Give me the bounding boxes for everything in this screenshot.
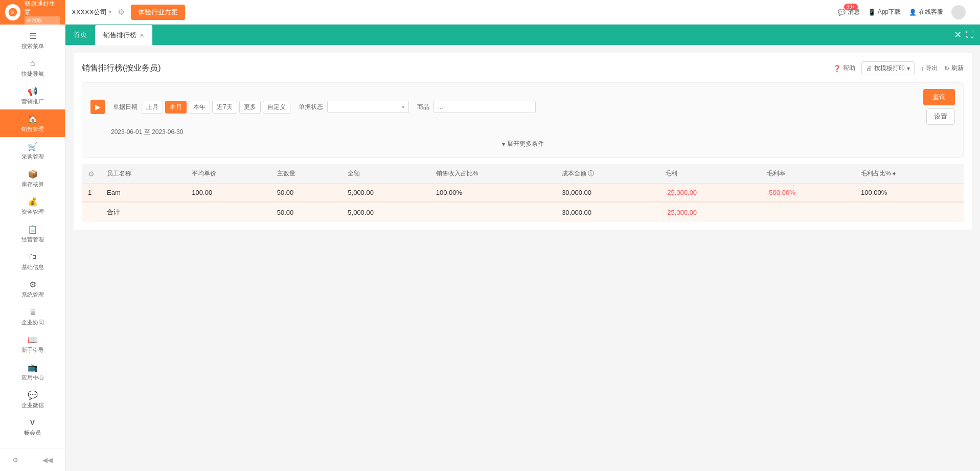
more-btn[interactable]: 更多 <box>239 101 261 114</box>
th-avg-price: 平均单价 <box>186 164 270 184</box>
table-header-row: ⚙ 员工名称 平均单价 主数量 全额 销售收入占比% 成本全额 ⓘ 毛利 毛利率… <box>82 164 964 184</box>
export-button[interactable]: ↓ 导出 <box>921 64 938 73</box>
sidebar-item-shortcut[interactable]: ⌂ 快捷导航 <box>0 54 65 82</box>
refresh-icon: ↻ <box>944 65 949 72</box>
app-icon: 📱 <box>868 9 876 16</box>
page-title-row: 销售排行榜(按业务员) ❓ 帮助 🖨 按模板打印 ▾ ↓ 导出 ↻ 刷新 <box>82 61 964 75</box>
this-month-btn[interactable]: 本月 <box>165 101 187 114</box>
sidebar-item-system[interactable]: ⚙ 系统管理 <box>0 275 65 303</box>
custom-btn[interactable]: 自定义 <box>263 101 290 114</box>
refresh-button[interactable]: ↻ 刷新 <box>944 64 964 73</box>
sidebar-item-purchase[interactable]: 🛒 采购管理 <box>0 137 65 165</box>
sidebar-item-guide[interactable]: 📖 新手引导 <box>0 330 65 358</box>
logo-badge: 标准版 <box>25 16 60 25</box>
table-footer-row: 合计 50.00 5,000.00 30,000.00 -25,000.00 <box>82 202 964 222</box>
header-msg-btn[interactable]: 💬 消息 99+ <box>838 8 860 16</box>
table-container: ⚙ 员工名称 平均单价 主数量 全额 销售收入占比% 成本全额 ⓘ 毛利 毛利率… <box>82 164 964 222</box>
footer-profit-rate <box>761 202 855 222</box>
tab-home-label: 首页 <box>74 30 87 39</box>
window-close-icon[interactable]: ✕ <box>954 29 962 40</box>
sidebar-item-collab[interactable]: 🖥 企业协同 <box>0 303 65 330</box>
help-icon: ❓ <box>833 65 841 72</box>
filter-area: ▶ 单据日期 上月 本月 本年 近7天 更多 自定义 单据状态 <box>82 82 964 158</box>
filter-status: 单据状态 <box>299 101 409 113</box>
header-company[interactable]: XXXXX公司 ▾ <box>72 8 111 17</box>
tab-home[interactable]: 首页 <box>65 25 95 45</box>
th-amount: 全额 <box>341 164 429 184</box>
settings-button[interactable]: 设置 <box>926 108 955 125</box>
tab-sales-rank[interactable]: 销售排行榜 ✕ <box>95 25 152 46</box>
date-label: 单据日期 <box>113 103 138 111</box>
inventory-icon: 📦 <box>28 169 38 179</box>
date-range-row: 2023-06-01 至 2023-06-30 <box>90 128 955 137</box>
sidebar-logo: 康 畅康通好生意 标准版 <box>0 0 65 25</box>
goods-input[interactable] <box>434 101 536 113</box>
cell-profit: -25,000.00 <box>659 184 761 203</box>
query-button[interactable]: 查询 <box>923 89 955 105</box>
tab-close-icon[interactable]: ✕ <box>140 32 144 39</box>
cell-name: Eam <box>101 184 186 203</box>
sidebar-item-search[interactable]: ☰ 搜索菜单 <box>0 27 65 54</box>
basic-icon: 🗂 <box>28 252 38 262</box>
sidebar-item-member[interactable]: V 畅会员 <box>0 413 65 441</box>
table-gear-icon[interactable]: ⚙ <box>88 170 95 178</box>
sidebar-item-marketing[interactable]: 📢 营销推广 <box>0 82 65 109</box>
svg-text:康: 康 <box>11 10 15 15</box>
sidebar-nav: ☰ 搜索菜单 ⌂ 快捷导航 📢 营销推广 🏠 销售管理 🛒 采购管理 📦 库存核… <box>0 25 65 448</box>
last7-btn[interactable]: 近7天 <box>212 101 237 114</box>
header-gear-icon[interactable]: ⚙ <box>116 5 127 19</box>
appstore-icon: 📺 <box>28 362 38 372</box>
footer-cost: 30,000.00 <box>556 202 659 222</box>
experience-button[interactable]: 体验行业方案 <box>131 5 185 20</box>
sidebar-item-operation[interactable]: 📋 经营管理 <box>0 220 65 248</box>
th-gear: ⚙ <box>82 164 101 184</box>
sidebar-item-basic[interactable]: 🗂 基础信息 <box>0 248 65 275</box>
company-name: XXXXX公司 <box>72 8 107 17</box>
sidebar-item-inventory[interactable]: 📦 库存核算 <box>0 165 65 192</box>
table-row: 1 Eam 100.00 50.00 5,000.00 100.00% 30,0… <box>82 184 964 203</box>
sidebar-item-wechat[interactable]: 💬 企业微信 <box>0 386 65 413</box>
this-year-btn[interactable]: 本年 <box>189 101 210 114</box>
header-service-btn[interactable]: 👤 在线客服 <box>909 8 943 16</box>
sidebar-item-capital[interactable]: 💰 资金管理 <box>0 192 65 220</box>
cell-profit-rate: -500.00% <box>761 184 855 203</box>
window-expand-icon[interactable]: ⛶ <box>966 30 974 39</box>
service-icon: 👤 <box>909 9 917 16</box>
expand-more-btn[interactable]: ▾ 展开更多条件 <box>90 137 955 151</box>
tab-bar: 首页 销售排行榜 ✕ ✕ ⛶ <box>65 25 980 45</box>
purchase-icon: 🛒 <box>28 141 38 151</box>
wechat-icon: 💬 <box>28 390 38 400</box>
footer-empty <box>82 202 101 222</box>
help-button[interactable]: ❓ 帮助 <box>833 64 855 73</box>
sidebar-item-sales[interactable]: 🏠 销售管理 <box>0 109 65 137</box>
avatar[interactable] <box>951 5 966 19</box>
sidebar-collapse-btn[interactable]: ◀◀ <box>39 453 56 467</box>
query-settings-col: 查询 设置 <box>923 89 955 125</box>
print-button[interactable]: 🖨 按模板打印 ▾ <box>861 61 915 75</box>
cell-profit-pct: 100.00% <box>855 184 964 203</box>
date-range-text: 2023-06-01 至 2023-06-30 <box>111 128 183 136</box>
data-table: ⚙ 员工名称 平均单价 主数量 全额 销售收入占比% 成本全额 ⓘ 毛利 毛利率… <box>82 164 964 222</box>
th-profit-pct: 毛利占比% ♦ <box>855 164 964 184</box>
cell-avg-price: 100.00 <box>186 184 270 203</box>
header-app-btn[interactable]: 📱 App下载 <box>868 8 901 16</box>
th-name: 员工名称 <box>101 164 186 184</box>
logo-title: 畅康通好生意 <box>25 0 60 16</box>
header-right: 💬 消息 99+ 📱 App下载 👤 在线客服 <box>838 5 974 19</box>
footer-amount: 5,000.00 <box>341 202 429 222</box>
member-icon: V <box>28 417 38 428</box>
footer-profit: -25,000.00 <box>659 202 761 222</box>
main-content: 销售排行榜(按业务员) ❓ 帮助 🖨 按模板打印 ▾ ↓ 导出 ↻ 刷新 <box>65 45 980 471</box>
footer-sales-pct <box>430 202 556 222</box>
page-container: 销售排行榜(按业务员) ❓ 帮助 🖨 按模板打印 ▾ ↓ 导出 ↻ 刷新 <box>74 53 972 230</box>
th-sales-pct: 销售收入占比% <box>430 164 556 184</box>
sidebar-item-appstore[interactable]: 📺 应用中心 <box>0 358 65 386</box>
last-month-btn[interactable]: 上月 <box>142 101 163 114</box>
tab-sales-rank-label: 销售排行榜 <box>103 31 136 40</box>
sidebar-settings-btn[interactable]: ⚙ <box>9 453 21 467</box>
filter-expand-arrow[interactable]: ▶ <box>90 100 105 114</box>
page-title: 销售排行榜(按业务员) <box>82 63 161 74</box>
status-select[interactable] <box>327 101 409 113</box>
export-icon: ↓ <box>921 65 924 72</box>
cell-sales-pct: 100.00% <box>430 184 556 203</box>
